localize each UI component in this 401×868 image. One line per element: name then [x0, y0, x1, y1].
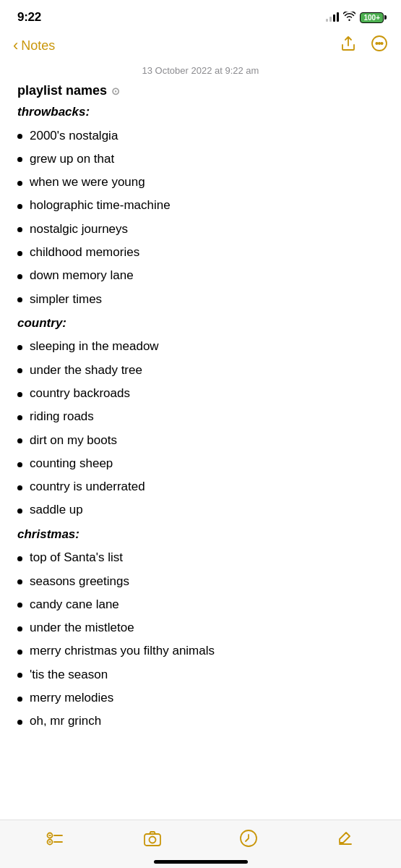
- list-item: country is underrated: [17, 475, 384, 498]
- list-item: childhood memories: [17, 241, 384, 264]
- list-item: holographic time-machine: [17, 194, 384, 217]
- search-icon: ⊙: [111, 85, 120, 97]
- bullet-dot: [17, 345, 22, 350]
- list-item: simpler times: [17, 288, 384, 311]
- nav-bar: ‹ Notes: [0, 30, 401, 64]
- bullet-dot: [17, 251, 22, 256]
- bullet-dot: [17, 157, 22, 162]
- list-item: 'tis the season: [17, 663, 384, 686]
- bullet-dot: [17, 392, 22, 397]
- bullet-dot: [17, 274, 22, 279]
- bullet-dot: [17, 181, 22, 186]
- list-item: counting sheep: [17, 452, 384, 475]
- list-item: when we were young: [17, 171, 384, 194]
- bullet-dot: [17, 673, 22, 678]
- bullet-dot: [17, 297, 22, 302]
- status-icons: 100+: [326, 12, 384, 23]
- list-item: dirt on my boots: [17, 429, 384, 452]
- list-item: under the shady tree: [17, 359, 384, 382]
- bullet-dot: [17, 204, 22, 209]
- bullet-dot: [17, 650, 22, 655]
- chevron-left-icon: ‹: [13, 38, 18, 54]
- bullet-dot: [17, 485, 22, 490]
- wifi-icon: [343, 12, 355, 23]
- list-item: down memory lane: [17, 264, 384, 287]
- list-item: merry melodies: [17, 686, 384, 710]
- list-item: grew up on that: [17, 148, 384, 171]
- country-list: sleeping in the meadow under the shady t…: [17, 335, 384, 522]
- list-item: saddle up: [17, 498, 384, 522]
- bullet-dot: [17, 227, 22, 232]
- list-item: country backroads: [17, 382, 384, 405]
- bullet-dot: [17, 462, 22, 467]
- throwbacks-list: 2000's nostalgia grew up on that when we…: [17, 124, 384, 311]
- bullet-dot: [17, 720, 22, 725]
- list-item: 2000's nostalgia: [17, 124, 384, 148]
- bullet-dot: [17, 603, 22, 608]
- bullet-dot: [17, 368, 22, 373]
- bullet-dot: [17, 697, 22, 702]
- bullet-dot: [17, 509, 22, 514]
- section-country-header: country:: [17, 314, 384, 333]
- note-title: playlist names ⊙: [17, 83, 384, 98]
- camera-button[interactable]: [143, 829, 162, 848]
- home-indicator: [154, 860, 248, 864]
- section-throwbacks-header: throwbacks:: [17, 103, 384, 122]
- signal-icon: [326, 13, 339, 22]
- markup-button[interactable]: [239, 829, 258, 848]
- share-icon[interactable]: [340, 35, 356, 56]
- christmas-list: top of Santa's list seasons greetings ca…: [17, 546, 384, 733]
- back-label: Notes: [21, 38, 55, 54]
- note-date: 13 October 2022 at 9:22 am: [0, 64, 401, 83]
- compose-button[interactable]: [336, 829, 355, 848]
- list-item: seasons greetings: [17, 570, 384, 593]
- bullet-dot: [17, 438, 22, 443]
- bullet-dot: [17, 556, 22, 561]
- list-item: under the mistletoe: [17, 616, 384, 639]
- svg-point-1: [376, 43, 377, 44]
- list-item: oh, mr grinch: [17, 710, 384, 733]
- note-content: playlist names ⊙ throwbacks: 2000's nost…: [0, 83, 401, 819]
- svg-point-2: [379, 43, 380, 44]
- svg-point-11: [149, 837, 155, 843]
- list-item: candy cane lane: [17, 593, 384, 616]
- nav-actions: [340, 35, 388, 56]
- bullet-dot: [17, 134, 22, 139]
- svg-point-3: [381, 43, 382, 44]
- status-time: 9:22: [17, 10, 41, 25]
- list-item: riding roads: [17, 405, 384, 428]
- battery-icon: 100+: [360, 12, 384, 23]
- bullet-dot: [17, 415, 22, 420]
- list-item: merry christmas you filthy animals: [17, 639, 384, 663]
- status-bar: 9:22 100+: [0, 0, 401, 30]
- section-christmas-header: christmas:: [17, 525, 384, 544]
- back-button[interactable]: ‹ Notes: [13, 38, 55, 54]
- more-icon[interactable]: [371, 35, 388, 56]
- list-item: nostalgic journeys: [17, 218, 384, 241]
- bullet-dot: [17, 579, 22, 584]
- checklist-button[interactable]: [46, 829, 65, 848]
- bullet-dot: [17, 626, 22, 631]
- list-item: sleeping in the meadow: [17, 335, 384, 358]
- svg-rect-10: [145, 834, 160, 846]
- list-item: top of Santa's list: [17, 546, 384, 569]
